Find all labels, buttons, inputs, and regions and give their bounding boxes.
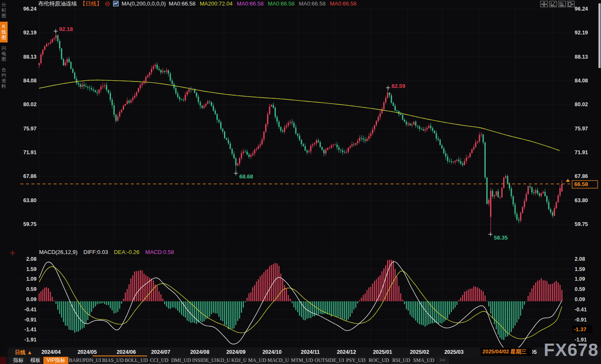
indicator-tab-OUTSIDE_UD[interactable]: OUTSIDE_UD — [315, 357, 344, 364]
axis-zoom-right-icon[interactable] — [558, 1, 566, 7]
price-axis-label: 71.91 — [23, 150, 37, 155]
macd-axis-label: 0.59 — [26, 286, 37, 292]
price-axis-label: 92.19 — [23, 30, 37, 36]
ma-value-label: MA0:66.58 — [169, 0, 196, 7]
pane-export-icon[interactable] — [567, 1, 575, 7]
price-axis-label: 59.75 — [23, 221, 37, 227]
date-axis-label: 2024/10 — [262, 349, 281, 355]
price-annotation: 92.18 — [59, 26, 73, 32]
macd-hist-value: MACD:0.58 — [145, 249, 174, 255]
indicator-tab-RSI_UD[interactable]: RSI_UD — [391, 357, 412, 364]
macd-axis-label: 2.08 — [575, 256, 585, 262]
date-axis-label: 2025/03 — [444, 349, 463, 355]
indicator-tab-INSIDE_UD[interactable]: INSIDE_UD — [192, 357, 217, 364]
indicator-tab-SMA_UD[interactable]: SMA_UD — [412, 357, 436, 364]
indicator-tab-VIP指标[interactable]: VIP指标 — [43, 357, 69, 364]
macd-title: MACD(26,12,9) — [39, 249, 77, 255]
axis-zoom-left-icon[interactable] — [549, 1, 557, 7]
macd-axis-label: 1.59 — [26, 266, 37, 272]
indicator-tab->>[interactable]: >> — [436, 357, 450, 364]
indicator-tab-PSY_UD[interactable]: PSY_UD — [344, 357, 368, 364]
date-axis-label: 2024/09 — [226, 349, 245, 355]
date-axis-label: 2025/01 — [373, 349, 392, 355]
price-annotation: 58.35 — [494, 234, 508, 241]
price-axis-label: 84.08 — [23, 78, 37, 84]
macd-axis-label: -1.41 — [25, 327, 37, 333]
indicator-tab-指标[interactable]: 指标 — [9, 357, 28, 364]
pan-icon[interactable] — [540, 1, 548, 7]
horizontal-scroll-indicator[interactable] — [93, 356, 147, 356]
chart-toolbar — [540, 1, 575, 7]
sidebar-item-K线图[interactable]: K 线 图 — [0, 22, 8, 42]
main-candlestick-chart[interactable]: 66.5892.1868.6882.5958.3596.2496.2492.19… — [0, 0, 601, 246]
sidebar-item-闪电图[interactable]: 闪 电 图 — [0, 43, 8, 64]
price-axis-label: 80.02 — [23, 102, 37, 107]
ma-value-label: MA0:66.58 — [330, 0, 357, 7]
indicator-tab-bar: 指标模板VIP指标BARUPDN_UDBIAS_UDBOLL_UDCCI_UDD… — [0, 357, 601, 364]
date-axis-label: 2024/07 — [151, 349, 170, 355]
indicator-tab-BIAS_UD[interactable]: BIAS_UD — [102, 357, 125, 364]
macd-axis-label: 0.59 — [575, 286, 585, 292]
macd-axis-label: -0.91 — [575, 317, 587, 323]
vertical-scrollbar-thumb[interactable] — [598, 3, 601, 68]
macd-axis-label: 0.09 — [26, 296, 37, 302]
date-axis-label: 2024/06 — [116, 349, 136, 355]
price-axis-label: 67.86 — [23, 173, 37, 179]
price-axis-label: 59.75 — [575, 221, 588, 227]
price-axis-label: 80.02 — [575, 102, 588, 107]
macd-axis-label: -0.41 — [575, 307, 587, 313]
ma-values: MA0:66.58MA200:72.04MA0:66.58MA0:66.58MA… — [169, 0, 357, 7]
last-price-tag: 66.58 — [574, 181, 588, 187]
macd-axis-label: -0.91 — [25, 317, 37, 323]
ma-settings-label: MA(0,200,0,0,0,0) — [122, 0, 166, 7]
macd-axis-label: 2.08 — [26, 256, 37, 262]
indicator-tab-BARUPDN_UD[interactable]: BARUPDN_UD — [69, 357, 102, 364]
price-axis-label: 88.13 — [575, 54, 588, 60]
period-tag: 【日线】 — [80, 0, 102, 8]
macd-marker-tag: -1.37 — [574, 326, 587, 333]
instrument-title: 布伦特原油连续 — [38, 0, 77, 8]
price-axis-label: 92.19 — [575, 30, 588, 36]
price-axis-label: 63.80 — [575, 198, 588, 203]
indicator-tab-MACD_UD[interactable]: MACD_UD — [267, 357, 290, 364]
price-axis-label: 67.86 — [575, 173, 588, 179]
sidebar-item-合约资料[interactable]: 合 约 资 料 — [0, 65, 8, 91]
price-axis-label: 75.97 — [23, 126, 37, 132]
indicator-tab-KD_UD[interactable]: KD_UD — [217, 357, 231, 364]
ma-value-label: MA0:66.58 — [268, 0, 295, 7]
indicator-tab-BOLL_UD[interactable]: BOLL_UD — [125, 357, 148, 364]
crosshair-date-tooltip: 2025/04/02 星期三 — [481, 348, 532, 356]
macd-axis-label: 1.59 — [575, 266, 585, 272]
date-axis-label: 2024/05 — [77, 349, 96, 355]
indicator-tab-DMI_UD[interactable]: DMI_UD — [170, 357, 192, 364]
macd-indicator-chart[interactable]: 2.082.081.591.591.091.090.590.590.090.09… — [0, 246, 601, 347]
date-axis-label: 2024/12 — [337, 349, 356, 355]
price-axis-label: 71.91 — [575, 150, 588, 155]
ma-value-label: MA0:66.58 — [237, 0, 264, 7]
price-axis-label: 96.24 — [575, 6, 588, 12]
sidebar-item-分时图[interactable]: 分 时 图 — [0, 0, 8, 21]
price-axis-label: 96.24 — [23, 6, 37, 12]
price-annotation: 68.68 — [239, 173, 253, 180]
indicator-tab-MA_UD[interactable]: MA_UD — [247, 357, 267, 364]
chart-header: 布伦特原油连续 【日线】 MA(0,200,0,0,0,0) MA0:66.58… — [38, 0, 357, 7]
target-icon[interactable] — [105, 1, 110, 6]
price-axis-label: 75.97 — [575, 126, 588, 132]
macd-header: MACD(26,12,9) DIFF:0.03 DEA:-0.26 MACD:0… — [39, 249, 174, 255]
indicator-dot-icon[interactable] — [10, 250, 15, 256]
ma-value-label: MA0:66.58 — [299, 0, 326, 7]
indicator-tab-CCI_UD[interactable]: CCI_UD — [148, 357, 170, 364]
mini-chart-icon[interactable] — [113, 1, 119, 6]
indicator-tab-ROC_UD[interactable]: ROC_UD — [368, 357, 391, 364]
macd-axis-label: -1.91 — [25, 337, 37, 343]
date-axis-label: 2024/08 — [190, 349, 209, 355]
macd-axis-label: -0.41 — [25, 307, 37, 313]
indicator-tab-KDJ_UD[interactable]: KDJ_UD — [231, 357, 247, 364]
indicator-tab-模板[interactable]: 模板 — [28, 357, 43, 364]
date-axis-label: 2024/04 — [41, 349, 60, 355]
price-annotation: 82.59 — [391, 83, 405, 89]
indicator-tab-MTM_UD[interactable]: MTM_UD — [290, 357, 315, 364]
chart-type-sidebar: 分 时 图K 线 图闪 电 图合 约 资 料 — [0, 0, 8, 357]
ma-value-label: MA200:72.04 — [200, 0, 232, 7]
period-selector[interactable]: 日线 ▲ — [15, 349, 32, 356]
